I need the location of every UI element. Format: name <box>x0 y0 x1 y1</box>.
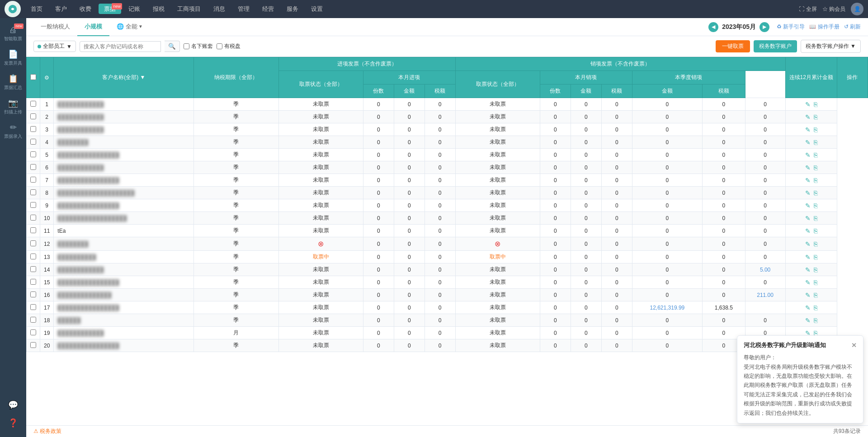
row-customer-name[interactable]: ████████████ <box>54 123 194 136</box>
digital-account-btn[interactable]: 税务数字账户 <box>754 40 797 52</box>
row-in-status[interactable]: ⊗ <box>278 237 363 251</box>
row-out-status[interactable]: 未取票 <box>455 225 540 237</box>
row-out-status[interactable]: 未取票 <box>455 301 540 314</box>
row-in-status[interactable]: 未取票 <box>278 149 363 161</box>
sidebar-item-message[interactable]: 💬 <box>0 396 26 414</box>
sidebar-item-summary[interactable]: 📋 票据汇总 <box>0 70 26 94</box>
row-in-status[interactable]: 未取票 <box>278 276 363 289</box>
copy-icon[interactable]: ⎘ <box>814 177 817 184</box>
checkbox-taxdisk[interactable] <box>217 43 222 49</box>
row-out-status[interactable]: 未取票 <box>455 276 540 289</box>
row-checkbox[interactable] <box>30 279 36 285</box>
row-customer-name[interactable]: ████████████████ <box>54 276 194 289</box>
copy-icon[interactable]: ⎘ <box>814 266 817 273</box>
row-in-status[interactable]: 未取票 <box>278 225 363 237</box>
row-customer-name[interactable]: ████████ <box>54 136 194 149</box>
row-out-status[interactable]: 未取票 <box>455 263 540 276</box>
row-in-status[interactable]: 未取票 <box>278 301 363 314</box>
row-out-status[interactable]: 未取票 <box>455 199 540 212</box>
edit-icon[interactable]: ✎ <box>805 227 811 235</box>
copy-icon[interactable]: ⎘ <box>814 291 817 299</box>
edit-icon[interactable]: ✎ <box>805 279 811 286</box>
row-customer-name[interactable]: ████████ <box>54 237 194 251</box>
row-in-status[interactable]: 未取票 <box>278 136 363 149</box>
row-in-status[interactable]: 未取票 <box>278 111 363 123</box>
edit-icon[interactable]: ✎ <box>805 113 811 121</box>
settings-header[interactable]: ⚙ <box>40 57 54 98</box>
select-all-header[interactable] <box>27 57 40 98</box>
edit-icon[interactable]: ✎ <box>805 240 811 248</box>
nav-bookkeep[interactable]: 记账 <box>123 3 146 15</box>
copy-icon[interactable]: ⎘ <box>814 189 817 197</box>
row-out-status[interactable]: 未取票 <box>455 149 540 161</box>
copy-icon[interactable]: ⎘ <box>814 139 817 146</box>
row-out-status[interactable]: 未取票 <box>455 111 540 123</box>
row-customer-name[interactable]: ██████████████████ <box>54 212 194 225</box>
row-checkbox[interactable] <box>30 189 36 195</box>
copy-icon[interactable]: ⎘ <box>814 240 817 248</box>
nav-settings[interactable]: 设置 <box>306 3 328 15</box>
period-next-btn[interactable]: ▶ <box>760 22 769 32</box>
row-checkbox[interactable] <box>30 317 36 323</box>
copy-icon[interactable]: ⎘ <box>814 151 817 159</box>
row-customer-name[interactable]: ████████████ <box>54 263 194 276</box>
row-out-status[interactable]: 未取票 <box>455 98 540 111</box>
copy-icon[interactable]: ⎘ <box>814 254 817 261</box>
row-out-status[interactable]: 取票中 <box>455 251 540 263</box>
row-checkbox[interactable] <box>30 177 36 183</box>
row-out-status[interactable]: 未取票 <box>455 327 540 339</box>
nav-manage[interactable]: 管理 <box>232 3 255 15</box>
row-checkbox[interactable] <box>30 304 36 310</box>
row-out-status[interactable]: ⊗ <box>455 237 540 251</box>
row-in-status[interactable]: 取票中 <box>278 251 363 263</box>
copy-icon[interactable]: ⎘ <box>814 113 817 121</box>
customer-search-input[interactable] <box>80 41 161 52</box>
row-customer-name[interactable]: ████████████████ <box>54 301 194 314</box>
row-checkbox[interactable] <box>30 113 36 119</box>
row-in-status[interactable]: 未取票 <box>278 263 363 276</box>
row-customer-name[interactable]: ████████████ <box>54 111 194 123</box>
edit-icon[interactable]: ✎ <box>805 215 811 222</box>
nav-client[interactable]: 客户 <box>50 3 72 15</box>
edit-icon[interactable]: ✎ <box>805 151 811 159</box>
row-out-status[interactable]: 未取票 <box>455 212 540 225</box>
nav-service[interactable]: 服务 <box>281 3 304 15</box>
user-avatar[interactable]: 👤 <box>851 3 863 15</box>
sidebar-item-smart-ticket[interactable]: 🖨 智能取票 <box>0 22 26 46</box>
row-in-status[interactable]: 未取票 <box>278 212 363 225</box>
row-in-status[interactable]: 未取票 <box>278 98 363 111</box>
edit-icon[interactable]: ✎ <box>805 101 811 108</box>
row-customer-name[interactable]: ████████████████ <box>54 339 194 352</box>
row-checkbox[interactable] <box>30 266 36 272</box>
row-in-status[interactable]: 未取票 <box>278 289 363 301</box>
copy-icon[interactable]: ⎘ <box>814 227 817 235</box>
row-checkbox[interactable] <box>30 227 36 233</box>
row-checkbox[interactable] <box>30 291 36 297</box>
row-customer-name[interactable]: ████████████ <box>54 327 194 339</box>
row-out-status[interactable]: 未取票 <box>455 174 540 187</box>
edit-icon[interactable]: ✎ <box>805 126 811 133</box>
row-customer-name[interactable]: ████████████ <box>54 98 194 111</box>
tax-policy-link[interactable]: ⚠ 税务政策 <box>33 428 61 435</box>
row-out-status[interactable]: 未取票 <box>455 339 540 352</box>
sidebar-item-help[interactable]: ❓ <box>0 414 26 432</box>
row-in-status[interactable]: 未取票 <box>278 187 363 199</box>
row-in-status[interactable]: 未取票 <box>278 174 363 187</box>
select-all-checkbox[interactable] <box>30 74 36 80</box>
row-checkbox[interactable] <box>30 202 36 208</box>
row-in-status[interactable]: 未取票 <box>278 314 363 327</box>
row-in-status[interactable]: 未取票 <box>278 199 363 212</box>
period-prev-btn[interactable]: ◀ <box>708 22 718 32</box>
edit-icon[interactable]: ✎ <box>805 304 811 311</box>
row-checkbox[interactable] <box>30 164 36 170</box>
customer-name-header[interactable]: 客户名称(全部) ▼ <box>54 57 194 98</box>
edit-icon[interactable]: ✎ <box>805 254 811 261</box>
copy-icon[interactable]: ⎘ <box>814 215 817 222</box>
notif-close-btn[interactable]: ✕ <box>851 342 857 349</box>
row-out-status[interactable]: 未取票 <box>455 161 540 174</box>
row-out-status[interactable]: 未取票 <box>455 187 540 199</box>
row-customer-name[interactable]: ████████████ <box>54 161 194 174</box>
in-status-header[interactable]: 取票状态（全部） <box>278 71 363 98</box>
tab-small-scale[interactable]: 小规模 <box>77 18 109 36</box>
row-customer-name[interactable]: ████████████████ <box>54 174 194 187</box>
